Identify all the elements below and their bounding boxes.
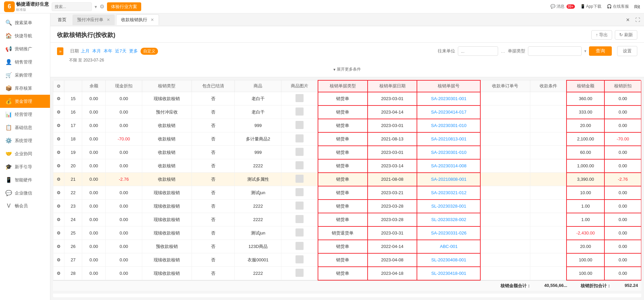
writeoff-bill-link[interactable]: SA-20230301-001 — [431, 96, 467, 101]
td-writeoff-bill-no[interactable]: SL-20230418-001 — [417, 267, 480, 280]
td-writeoff-type: 现续收款核销 — [142, 226, 192, 240]
writeoff-bill-link[interactable]: SA-20230314-008 — [431, 163, 467, 168]
td-settings[interactable]: ⚙ — [53, 240, 64, 253]
tab-expand-button[interactable]: ⛶ — [634, 16, 641, 24]
td-writeoff-bill-no[interactable]: SL-20230328-001 — [417, 200, 480, 213]
td-cash-discount: 0.00 — [106, 240, 142, 253]
td-writeoff-bill-no[interactable]: ABC-001 — [417, 240, 480, 253]
writeoff-bill-link[interactable]: SA-20230301-010 — [431, 150, 467, 155]
marketing-icon: 📢 — [5, 46, 12, 52]
td-writeoff-bill-date: 2023-03-28 — [368, 200, 417, 213]
user-name[interactable]: Rit — [634, 4, 640, 9]
trial-button[interactable]: 体验行业方案 — [107, 2, 141, 11]
td-writeoff-bill-no[interactable]: SA-20230301-010 — [417, 119, 480, 132]
td-writeoff-bill-no[interactable]: SA-20230314-008 — [417, 159, 480, 173]
td-settings[interactable]: ⚙ — [53, 213, 64, 226]
td-writeoff-discount: 0.00 — [604, 119, 641, 132]
td-writeoff-bill-no[interactable]: SA-20210813-001 — [417, 132, 480, 146]
tab-collection-close-icon[interactable]: ✕ — [151, 17, 154, 22]
date-this-month[interactable]: 本月 — [92, 48, 101, 54]
sidebar-item-guide[interactable]: 🎓 新手引导 — [0, 160, 50, 173]
search-input[interactable] — [52, 2, 92, 11]
td-settings[interactable]: ⚙ — [53, 173, 64, 186]
td-settings[interactable]: ⚙ — [53, 119, 64, 132]
message-area[interactable]: 💬 消息 99+ — [550, 4, 575, 9]
writeoff-bill-link[interactable]: SL-20230418-001 — [431, 271, 466, 276]
online-service-link[interactable]: 🎧 在线客服 — [607, 4, 629, 9]
query-button[interactable]: 查询 — [589, 46, 612, 56]
td-settings[interactable]: ⚙ — [53, 200, 64, 213]
td-settings[interactable]: ⚙ — [53, 146, 64, 159]
td-settings[interactable]: ⚙ — [53, 132, 64, 146]
date-7days[interactable]: 近7天 — [115, 48, 126, 54]
td-writeoff-bill-type: 销货单 — [318, 119, 368, 132]
export-button[interactable]: ↑ 导出 — [591, 30, 612, 40]
td-writeoff-bill-no[interactable]: SA-20230331-026 — [417, 226, 480, 240]
td-writeoff-bill-no[interactable]: SA-20210808-001 — [417, 173, 480, 186]
date-more[interactable]: 更多 — [129, 48, 138, 54]
writeoff-bill-link[interactable]: SA-20210808-001 — [431, 177, 467, 182]
sidebar-item-search[interactable]: 🔍 搜索菜单 — [0, 16, 50, 29]
writeoff-bill-link[interactable]: SA-20230414-017 — [431, 110, 467, 115]
date-this-year[interactable]: 本年 — [104, 48, 112, 54]
td-settings[interactable]: ⚙ — [53, 105, 64, 119]
sidebar-item-inventory[interactable]: 📦 库存核算 — [0, 82, 50, 95]
td-settings[interactable]: ⚙ — [53, 159, 64, 173]
message-icon: 💬 — [550, 4, 555, 9]
sidebar-item-purchase[interactable]: 🛒 采购管理 — [0, 69, 50, 82]
writeoff-bill-link[interactable]: SA-20230331-026 — [431, 230, 467, 235]
sidebar-item-quick[interactable]: 🏠 快捷导航 — [0, 29, 50, 42]
tab-prepay[interactable]: 预付冲应付单 ✕ — [72, 14, 115, 25]
gear-icon[interactable]: ⚙ — [100, 3, 104, 10]
date-custom[interactable]: 自定义 — [141, 48, 158, 55]
sidebar-item-operation[interactable]: 📊 经营管理 — [0, 108, 50, 121]
finance-icon: 💰 — [5, 98, 12, 104]
td-settings[interactable]: ⚙ — [53, 253, 64, 267]
refresh-button[interactable]: ↻ 刷新 — [615, 30, 637, 40]
td-product-image — [281, 105, 318, 119]
tab-home[interactable]: 首页 — [53, 14, 71, 25]
td-settings[interactable]: ⚙ — [53, 226, 64, 240]
td-settings[interactable]: ⚙ — [53, 267, 64, 280]
date-last-month[interactable]: 上月 — [81, 48, 90, 54]
td-writeoff-bill-no[interactable]: SA-20230414-017 — [417, 105, 480, 119]
filter-toggle-button[interactable]: » — [57, 47, 63, 55]
writeoff-bill-link[interactable]: SL-20230328-002 — [431, 217, 466, 222]
th-settings[interactable]: ⚙ — [53, 80, 64, 92]
settings-button[interactable]: 设置 — [617, 46, 637, 56]
td-writeoff-bill-no[interactable]: SA-20230321-012 — [417, 186, 480, 200]
sidebar-item-finance[interactable]: 💰 资金管理 — [0, 95, 50, 108]
writeoff-bill-link[interactable]: SA-20210813-001 — [431, 136, 467, 141]
td-collection-order-no — [480, 146, 530, 159]
sidebar-item-sales[interactable]: 👤 销售管理 — [0, 55, 50, 69]
tab-close-all-button[interactable]: ✕ — [625, 16, 631, 24]
writeoff-bill-link[interactable]: SL-20230408-001 — [431, 257, 466, 262]
writeoff-bill-link[interactable]: SA-20230321-012 — [431, 190, 467, 195]
sidebar-item-basic[interactable]: 📋 基础信息 — [0, 121, 50, 134]
td-writeoff-bill-no[interactable]: SL-20230408-001 — [417, 253, 480, 267]
sidebar-item-hardware[interactable]: 📱 智能硬件 — [0, 173, 50, 186]
writeoff-bill-link[interactable]: SL-20230328-001 — [431, 204, 466, 209]
sidebar-item-member[interactable]: V 畅会员 — [0, 200, 50, 212]
sidebar-item-system[interactable]: ⚙️ 系统管理 — [0, 134, 50, 147]
td-settings[interactable]: ⚙ — [53, 92, 64, 105]
writeoff-bill-link[interactable]: ABC-001 — [440, 244, 458, 249]
sidebar-label-system: 系统管理 — [15, 138, 32, 144]
tab-collection[interactable]: 收款核销执行 ✕ — [116, 14, 159, 25]
td-writeoff-bill-no[interactable]: SA-20230301-010 — [417, 146, 480, 159]
td-cash-discount: 0.00 — [106, 200, 142, 213]
horizontal-scrollbar[interactable] — [53, 291, 641, 294]
sidebar-item-wechat[interactable]: 💬 企业微信 — [0, 186, 50, 200]
sidebar-item-enterprise[interactable]: 🤝 企业协同 — [0, 147, 50, 160]
sidebar-item-marketing[interactable]: 📢 营销推广 — [0, 42, 50, 55]
writeoff-bill-link[interactable]: SA-20230301-010 — [431, 123, 467, 128]
tab-prepay-close-icon[interactable]: ✕ — [107, 17, 110, 22]
td-writeoff-bill-no[interactable]: SL-20230328-002 — [417, 213, 480, 226]
td-included-settled: 否 — [192, 159, 234, 173]
single-type-input[interactable] — [528, 46, 582, 56]
td-settings[interactable]: ⚙ — [53, 186, 64, 200]
expand-conditions-button[interactable]: ▾ 展开更多条件 — [333, 67, 361, 72]
td-writeoff-bill-no[interactable]: SA-20230301-001 — [417, 92, 480, 105]
from-unit-input[interactable] — [458, 46, 498, 56]
app-download-link[interactable]: 📱 App下载 — [580, 4, 601, 9]
